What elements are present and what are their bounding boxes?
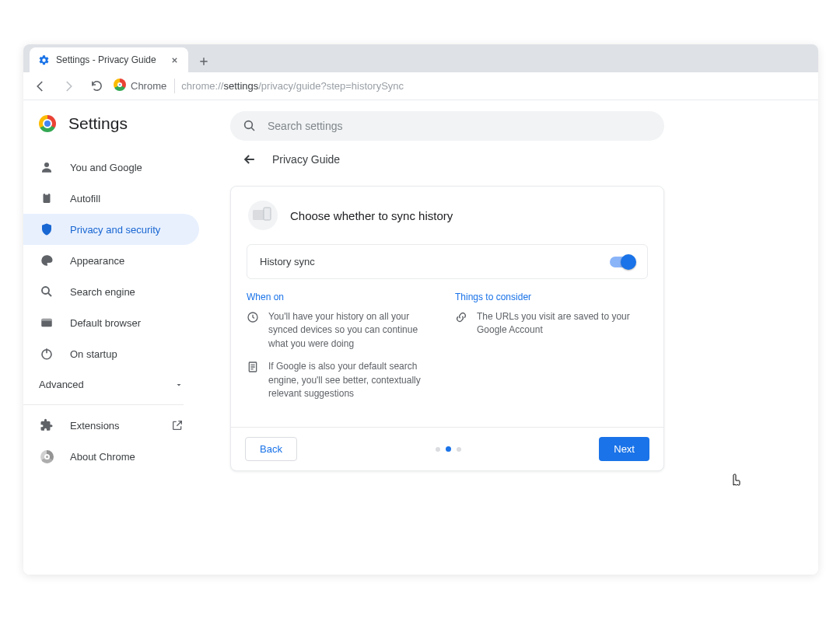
advanced-label: Advanced (39, 379, 84, 390)
open-external-icon (171, 419, 184, 432)
close-tab-icon[interactable] (169, 56, 180, 65)
toggle-label: History sync (260, 256, 315, 267)
consider-heading: Things to consider (455, 292, 648, 302)
gear-icon (37, 54, 50, 66)
next-button[interactable]: Next (599, 437, 649, 461)
reload-button[interactable] (86, 75, 107, 97)
back-arrow-icon[interactable] (241, 152, 258, 167)
back-button[interactable] (30, 75, 51, 97)
svg-rect-1 (44, 194, 51, 203)
link-icon (455, 310, 469, 337)
svg-point-7 (245, 121, 253, 129)
step-dot (457, 447, 461, 452)
breadcrumb-title: Privacy Guide (272, 153, 340, 166)
svg-point-0 (44, 162, 49, 167)
sidebar-item-label: Search engine (70, 286, 135, 298)
step-dots (436, 446, 461, 452)
when-on-heading: When on (247, 292, 439, 302)
url-text: chrome://settings/privacy/guide?step=his… (181, 80, 404, 92)
sidebar-item-label: Appearance (70, 255, 124, 267)
sidebar-item-privacy-security[interactable]: Privacy and security (23, 214, 199, 245)
browser-icon (39, 315, 54, 330)
palette-icon (39, 253, 54, 268)
back-button[interactable]: Back (245, 437, 297, 461)
search-icon (243, 119, 257, 133)
chrome-icon (114, 79, 126, 93)
tab-bar: Settings - Privacy Guide (23, 44, 818, 72)
sidebar-item-default-browser[interactable]: Default browser (23, 307, 199, 338)
divider (23, 404, 184, 405)
svg-rect-2 (45, 193, 49, 195)
devices-icon (248, 201, 278, 230)
shield-icon (39, 222, 54, 237)
sidebar-advanced-toggle[interactable]: Advanced (23, 369, 199, 400)
svg-rect-5 (41, 319, 52, 321)
sidebar-item-label: Privacy and security (70, 224, 160, 236)
chrome-logo-icon (39, 115, 56, 132)
origin-label: Chrome (131, 80, 166, 92)
chevron-down-icon (174, 380, 184, 390)
sidebar-item-appearance[interactable]: Appearance (23, 245, 199, 276)
extension-icon (39, 418, 54, 433)
history-sync-toggle[interactable] (610, 257, 635, 267)
sidebar-item-on-startup[interactable]: On startup (23, 338, 199, 369)
bullet-text: If Google is also your default search en… (268, 360, 439, 400)
privacy-guide-card: Choose whether to sync history History s… (230, 186, 664, 471)
sidebar-item-label: You and Google (70, 162, 142, 173)
clipboard-icon (39, 190, 54, 206)
bullet-text: The URLs you visit are saved to your Goo… (477, 310, 648, 337)
power-icon (39, 346, 54, 362)
search-icon (39, 284, 54, 299)
sidebar-item-label: On startup (70, 348, 117, 360)
page-icon (247, 360, 261, 400)
sidebar-item-you-and-google[interactable]: You and Google (23, 152, 199, 183)
bullet-text: You'll have your history on all your syn… (268, 310, 439, 351)
sidebar-item-about-chrome[interactable]: About Chrome (23, 441, 199, 472)
tab-title: Settings - Privacy Guide (56, 54, 156, 65)
sidebar: Settings You and Google Autofill Privacy… (23, 100, 222, 575)
browser-tab[interactable]: Settings - Privacy Guide (30, 47, 188, 72)
history-sync-row: History sync (247, 244, 648, 279)
svg-rect-9 (264, 208, 271, 220)
person-icon (39, 159, 54, 175)
sidebar-item-label: Default browser (70, 317, 141, 329)
svg-point-3 (42, 287, 49, 294)
sidebar-item-label: About Chrome (70, 451, 135, 463)
card-title: Choose whether to sync history (290, 209, 453, 222)
sidebar-item-extensions[interactable]: Extensions (23, 410, 199, 441)
step-dot-active (446, 446, 451, 452)
breadcrumb: Privacy Guide (230, 141, 340, 175)
chrome-small-icon (39, 449, 54, 464)
step-dot (436, 447, 440, 452)
new-tab-button[interactable] (193, 51, 215, 72)
forward-button[interactable] (58, 75, 79, 97)
sidebar-item-label: Extensions (70, 420, 120, 432)
sidebar-item-label: Autofill (70, 193, 100, 204)
settings-search-input[interactable] (268, 120, 652, 132)
page-title: Settings (68, 114, 128, 133)
settings-search[interactable] (230, 111, 664, 141)
sidebar-item-autofill[interactable]: Autofill (23, 183, 199, 214)
omnibox[interactable]: Chrome chrome://settings/privacy/guide?s… (114, 79, 812, 93)
sidebar-item-search-engine[interactable]: Search engine (23, 276, 199, 307)
history-icon (247, 310, 261, 351)
address-bar: Chrome chrome://settings/privacy/guide?s… (23, 72, 818, 100)
